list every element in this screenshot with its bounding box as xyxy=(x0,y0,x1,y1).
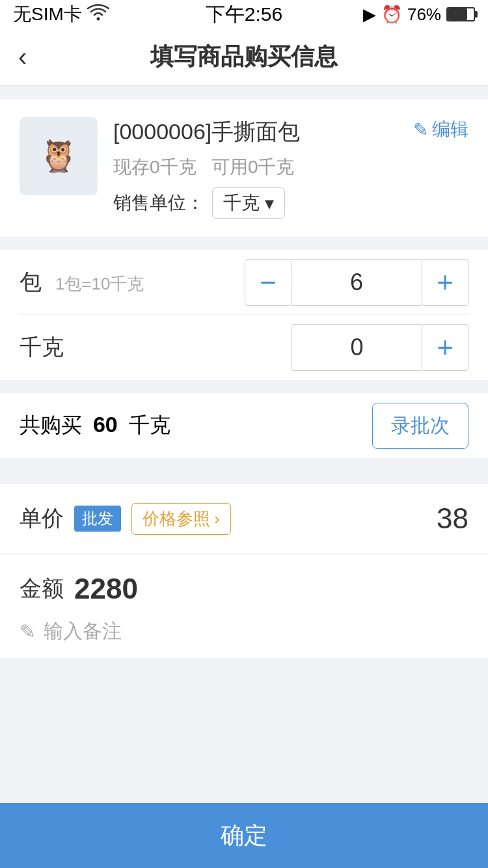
battery-icon xyxy=(446,7,475,21)
increment-kg-button[interactable]: + xyxy=(422,324,468,371)
amount-section: 金额 2280 ✎ 输入备注 xyxy=(0,554,488,658)
pencil-icon: ✎ xyxy=(20,620,36,643)
unit-label: 销售单位： xyxy=(113,191,204,215)
decrement-bag-button[interactable]: − xyxy=(245,259,291,306)
section-divider-2 xyxy=(0,458,488,471)
price-value: 38 xyxy=(437,502,468,535)
section-divider-1 xyxy=(0,237,488,250)
price-tag: 批发 xyxy=(74,506,121,532)
total-label: 共购买 xyxy=(20,413,82,437)
wifi-icon xyxy=(87,4,109,25)
price-row: 单价 批发 价格参照 › 38 xyxy=(20,502,468,535)
quantity-kg-input[interactable] xyxy=(291,324,422,371)
status-bar: 无SIM卡 下午2:56 ▶ ⏰ 76% xyxy=(0,0,488,29)
quantity-control-bag: − + xyxy=(245,259,468,306)
amount-value: 2280 xyxy=(74,573,138,605)
back-button[interactable]: ‹ xyxy=(18,42,27,72)
nav-bar: ‹ 填写商品购买信息 xyxy=(0,29,488,86)
status-left: 无SIM卡 xyxy=(13,2,109,27)
quantity-bag-input[interactable] xyxy=(291,259,422,306)
total-row: 共购买 60 千克 录批次 xyxy=(0,393,488,458)
total-value: 60 xyxy=(93,412,118,437)
amount-row: 金额 2280 xyxy=(20,573,468,605)
status-time: 下午2:56 xyxy=(206,1,282,28)
status-right: ▶ ⏰ 76% xyxy=(363,5,475,25)
product-card: 🦉 [0000006]手撕面包 现存0千克 可用0千克 销售单位： 千克 ▾ ✎… xyxy=(0,99,488,237)
edit-button[interactable]: ✎ 编辑 xyxy=(413,117,468,142)
quantity-section: 包 1包=10千克 − + 千克 + xyxy=(0,250,488,380)
amount-label: 金额 xyxy=(20,574,64,604)
remark-placeholder: 输入备注 xyxy=(44,618,122,645)
price-section: 单价 批发 价格参照 › 38 xyxy=(0,484,488,553)
quantity-label-bag: 包 1包=10千克 xyxy=(20,267,144,297)
svg-point-0 xyxy=(96,17,100,20)
quantity-row-bag: 包 1包=10千克 − + xyxy=(20,250,468,315)
total-label-area: 共购买 60 千克 xyxy=(20,411,170,440)
quantity-label-kg: 千克 xyxy=(20,332,64,362)
quantity-control-kg: + xyxy=(291,324,468,371)
product-unit-row: 销售单位： 千克 ▾ xyxy=(113,187,468,219)
price-label: 单价 xyxy=(20,504,64,534)
batch-button[interactable]: 录批次 xyxy=(372,403,468,449)
location-icon: ▶ xyxy=(363,5,376,25)
total-unit: 千克 xyxy=(129,413,170,437)
product-stock: 现存0千克 可用0千克 xyxy=(113,155,468,180)
price-ref-button[interactable]: 价格参照 › xyxy=(131,503,231,535)
product-image: 🦉 xyxy=(20,117,98,195)
quantity-row-kg: 千克 + xyxy=(20,315,468,380)
chevron-right-icon: › xyxy=(214,509,220,529)
alarm-icon: ⏰ xyxy=(381,5,402,25)
increment-bag-button[interactable]: + xyxy=(422,259,468,306)
carrier-label: 无SIM卡 xyxy=(13,2,82,27)
chevron-down-icon: ▾ xyxy=(265,193,274,214)
unit-select[interactable]: 千克 ▾ xyxy=(212,187,285,219)
confirm-button[interactable]: 确定 xyxy=(0,803,488,868)
page-title: 填写商品购买信息 xyxy=(150,41,338,73)
product-logo: 🦉 xyxy=(39,138,78,174)
battery-label: 76% xyxy=(407,5,441,25)
edit-icon: ✎ xyxy=(413,119,428,141)
remark-row[interactable]: ✎ 输入备注 xyxy=(20,618,468,645)
